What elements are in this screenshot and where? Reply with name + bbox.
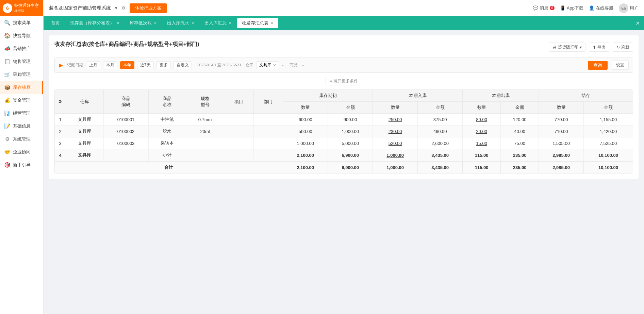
filter-collapse-icon[interactable]: ▶ <box>59 62 63 68</box>
cell-goods-code: 0100003 <box>103 137 148 149</box>
tab-home-label: 首页 <box>51 20 60 26</box>
cell-out-amt: 120.00 <box>501 114 539 126</box>
tab-inout-flow-label: 出入库流水 <box>167 20 189 26</box>
print-btn[interactable]: 🖨 拣货版打印 ▾ <box>549 43 585 52</box>
cell-opening-amt: 6,900.00 <box>328 149 373 162</box>
cell-opening-amt: 5,000.00 <box>328 137 373 149</box>
tabbar-close-btn[interactable]: ✕ <box>635 20 640 27</box>
online-service-item[interactable]: 👤 在线客服 <box>589 5 613 11</box>
col-dept-header: 部门 <box>253 90 283 114</box>
footer-balance-amt: 10,100.00 <box>584 161 633 173</box>
sidebar-item-guide[interactable]: 🎯 新手引导 <box>0 159 43 171</box>
guide-icon: 🎯 <box>4 162 10 168</box>
sidebar-item-basic[interactable]: 📝 基础信息 <box>0 120 43 133</box>
tab-home[interactable]: 首页 <box>46 18 65 28</box>
goods-more-icon[interactable]: ··· <box>300 63 304 68</box>
warehouse-tag-remove[interactable]: ✕ <box>273 63 276 68</box>
page-card: 收发存汇总表(按仓库+商品编码+商品+规格型号+项目+部门) 🖨 拣货版打印 ▾… <box>49 35 639 179</box>
cell-warehouse: 文具库 <box>66 149 104 162</box>
col-balance-header: 结存 <box>539 90 633 102</box>
cell-balance-qty: 1,505.00 <box>539 137 584 149</box>
sidebar-item-system[interactable]: ⚙ 系统管理 <box>0 133 43 146</box>
col-out-qty-header: 数量 <box>463 102 501 114</box>
sidebar-item-finance[interactable]: 💰 资金管理 <box>0 94 43 107</box>
sidebar-item-sales[interactable]: 📋 销售管理 <box>0 55 43 68</box>
messages-label: 消息 <box>540 5 548 11</box>
cell-dept <box>253 149 283 162</box>
cell-in-qty[interactable]: 520.00 <box>373 137 418 149</box>
sidebar-item-marketing[interactable]: 📣 营销推广 <box>0 42 43 55</box>
message-icon: 💬 <box>533 5 538 11</box>
query-btn[interactable]: 查询 <box>588 61 608 70</box>
user-label: 用户 <box>630 5 639 11</box>
tab-batch[interactable]: 库存批次账 ✕ <box>125 18 162 28</box>
setting-btn[interactable]: 设置 <box>612 61 629 70</box>
sidebar-item-operations[interactable]: 📊 经营管理 <box>0 107 43 120</box>
sidebar-item-inventory[interactable]: 📦 库存核算 <box>0 81 43 94</box>
topbar-right: 💬 消息 6 📱 App下载 👤 在线客服 Ea 用户 <box>533 3 639 13</box>
sidebar-item-corp[interactable]: 🤝 企业协同 <box>0 146 43 159</box>
corp-icon: 🤝 <box>4 149 10 155</box>
tab-inout-summary[interactable]: 出入库汇总 ✕ <box>200 18 236 28</box>
tab-inout-flow-close[interactable]: ✕ <box>191 21 194 26</box>
export-btn[interactable]: ⬆ 导出 <box>589 43 609 52</box>
date-btn-7days[interactable]: 近7天 <box>137 61 154 69</box>
settings-icon[interactable]: ⚙ <box>121 5 126 11</box>
tab-recv-summary[interactable]: 收发存汇总表 ✕ <box>237 18 278 28</box>
tab-inventory-dist-close[interactable]: ✕ <box>116 21 119 26</box>
cell-balance-amt: 1,155.00 <box>584 114 633 126</box>
system-dropdown[interactable]: ▾ <box>115 5 117 11</box>
expand-label: 展开更多条件 <box>333 78 358 84</box>
warehouse-more-icon[interactable]: ··· <box>282 63 285 68</box>
cell-out-qty[interactable]: 20.00 <box>463 126 501 137</box>
cell-in-amt: 3,435.00 <box>418 149 463 162</box>
tab-inout-flow[interactable]: 出入库流水 ✕ <box>162 18 199 28</box>
user-item[interactable]: Ea 用户 <box>619 3 639 13</box>
col-balance-amt-header: 金额 <box>584 102 633 114</box>
date-btn-cur-month[interactable]: 本月 <box>103 61 117 69</box>
cell-in-qty[interactable]: 1,000.00 <box>373 149 418 162</box>
warehouse-tag: 文具库 ✕ <box>256 61 279 69</box>
tab-inventory-dist[interactable]: 现存量（库存分布表） ✕ <box>65 18 124 28</box>
warehouse-filter: 仓库 文具库 ✕ ··· <box>245 61 285 69</box>
cell-opening-amt: 900.00 <box>328 114 373 126</box>
cell-out-qty[interactable]: 80.00 <box>463 114 501 126</box>
col-opening-qty-header: 数量 <box>283 102 328 114</box>
sidebar-item-search[interactable]: 🔍 搜索菜单 <box>0 16 43 29</box>
col-settings-icon[interactable]: ⚙ <box>55 90 66 114</box>
col-in-amt-header: 金额 <box>418 102 463 114</box>
cell-in-amt: 460.00 <box>418 126 463 137</box>
app-download-label: App下载 <box>567 5 583 11</box>
content-area: 收发存汇总表(按仓库+商品编码+商品+规格型号+项目+部门) 🖨 拣货版打印 ▾… <box>44 30 644 314</box>
cell-balance-qty: 2,985.00 <box>539 149 584 162</box>
sidebar-label-purchase: 采购管理 <box>13 71 31 78</box>
cell-no: 3 <box>55 137 66 149</box>
sidebar-label-operations: 经营管理 <box>13 110 31 116</box>
date-btn-custom[interactable]: 自定义 <box>174 61 192 69</box>
date-filter-label: 记账日期 <box>67 62 83 68</box>
filter-bar: ▶ 记账日期 上月 本月 本年 近7天 更多 自定义 2023-01-01 至 … <box>54 57 633 73</box>
trial-btn[interactable]: 体验行业方案 <box>130 3 167 13</box>
purchase-icon: 🛒 <box>4 71 10 78</box>
date-btn-cur-year[interactable]: 本年 <box>120 61 134 69</box>
cell-no: 2 <box>55 126 66 137</box>
cell-warehouse: 文具库 <box>66 137 104 149</box>
sidebar-item-purchase[interactable]: 🛒 采购管理 <box>0 68 43 81</box>
date-btn-more[interactable]: 更多 <box>156 61 171 69</box>
tab-recv-summary-close[interactable]: ✕ <box>270 21 274 26</box>
date-btn-prev-month[interactable]: 上月 <box>86 61 100 69</box>
messages-item[interactable]: 💬 消息 6 <box>533 5 555 11</box>
cell-in-qty[interactable]: 250.00 <box>373 114 418 126</box>
app-download-item[interactable]: 📱 App下载 <box>560 5 583 11</box>
refresh-label: 刷新 <box>621 44 629 50</box>
cell-goods-name: 采访本 <box>148 137 186 149</box>
footer-out-qty: 115.00 <box>463 161 501 173</box>
cell-in-qty[interactable]: 230.00 <box>373 126 418 137</box>
expand-conditions-btn[interactable]: ▾ 展开更多条件 <box>326 77 362 85</box>
tab-batch-close[interactable]: ✕ <box>154 21 157 26</box>
tab-inout-summary-close[interactable]: ✕ <box>229 21 232 26</box>
goods-filter: 商品 ··· <box>290 62 304 68</box>
cell-out-qty[interactable]: 15.00 <box>463 137 501 149</box>
refresh-btn[interactable]: ↻ 刷新 <box>613 43 633 52</box>
sidebar-item-quick[interactable]: 🏠 快捷导航 <box>0 29 43 42</box>
